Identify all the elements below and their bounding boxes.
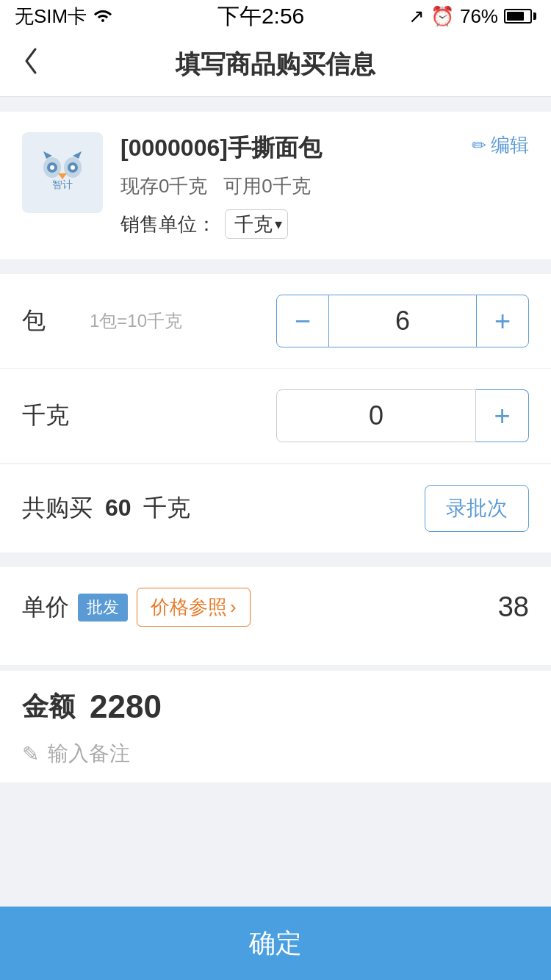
status-time: 下午2:56 bbox=[217, 1, 304, 32]
bottom-bar: 确定 bbox=[0, 907, 551, 980]
price-label: 单价 批发 价格参照 › bbox=[22, 588, 251, 627]
price-section: 单价 批发 价格参照 › 38 bbox=[0, 567, 551, 665]
remark-row[interactable]: ✎ 输入备注 bbox=[22, 740, 529, 768]
battery-percent: 76% bbox=[460, 5, 498, 28]
bag-hint: 1包=10千克 bbox=[90, 309, 276, 333]
price-type-tag: 批发 bbox=[78, 594, 128, 621]
product-stock: 现存0千克 可用0千克 bbox=[120, 173, 529, 199]
back-button[interactable] bbox=[22, 46, 40, 82]
edit-icon: ✏ bbox=[472, 135, 486, 156]
price-value: 38 bbox=[498, 591, 529, 623]
kg-plus-button[interactable]: + bbox=[476, 389, 529, 442]
total-row: 共购买 60 千克 录批次 bbox=[0, 464, 551, 552]
remark-icon: ✎ bbox=[22, 742, 39, 766]
price-row: 单价 批发 价格参照 › 38 bbox=[22, 588, 529, 627]
status-left: 无SIM卡 bbox=[15, 4, 113, 29]
kg-quantity-input[interactable]: 0 bbox=[276, 389, 476, 442]
bag-plus-button[interactable]: + bbox=[476, 295, 529, 347]
total-value: 60 bbox=[105, 494, 132, 521]
product-name: [0000006]手撕面包 bbox=[120, 132, 529, 165]
product-unit-row: 销售单位： 千克 bbox=[120, 209, 529, 239]
kg-quantity-row: 千克 0 + bbox=[0, 369, 551, 464]
alarm-icon: ⏰ bbox=[431, 5, 454, 28]
amount-section: 金额 2280 ✎ 输入备注 bbox=[0, 665, 551, 782]
amount-value: 2280 bbox=[90, 688, 162, 725]
product-image: 智计 bbox=[22, 132, 103, 213]
total-text: 共购买 60 千克 bbox=[22, 492, 190, 525]
quantity-section: 包 1包=10千克 − 6 + 千克 0 + 共购买 60 千克 录批次 bbox=[0, 274, 551, 552]
nav-bar: 填写商品购买信息 bbox=[0, 32, 551, 97]
confirm-button[interactable]: 确定 bbox=[249, 926, 302, 962]
amount-label: 金额 bbox=[22, 689, 75, 725]
bag-quantity-row: 包 1包=10千克 − 6 + bbox=[0, 274, 551, 369]
product-info: [0000006]手撕面包 现存0千克 可用0千克 销售单位： 千克 bbox=[120, 132, 529, 239]
product-logo: 智计 bbox=[36, 147, 89, 198]
unit-select[interactable]: 千克 bbox=[225, 209, 288, 239]
svg-point-4 bbox=[50, 165, 54, 170]
remark-placeholder[interactable]: 输入备注 bbox=[48, 740, 130, 768]
location-icon: ↗ bbox=[408, 5, 425, 28]
wifi-icon bbox=[93, 5, 113, 28]
page-title: 填写商品购买信息 bbox=[176, 48, 375, 82]
carrier-text: 无SIM卡 bbox=[15, 4, 87, 29]
bag-label: 包 bbox=[22, 305, 81, 337]
status-bar: 无SIM卡 下午2:56 ↗ ⏰ 76% bbox=[0, 0, 551, 32]
price-ref-button[interactable]: 价格参照 › bbox=[137, 588, 251, 627]
batch-button[interactable]: 录批次 bbox=[425, 485, 529, 532]
kg-quantity-controls: 0 + bbox=[276, 389, 529, 442]
bag-quantity-input[interactable]: 6 bbox=[329, 295, 476, 347]
bag-minus-button[interactable]: − bbox=[276, 295, 329, 347]
price-ref-arrow: › bbox=[230, 596, 237, 619]
status-right: ↗ ⏰ 76% bbox=[408, 5, 536, 28]
amount-row: 金额 2280 bbox=[22, 688, 529, 725]
svg-text:智计: 智计 bbox=[52, 179, 73, 190]
unit-label: 销售单位： bbox=[120, 212, 216, 237]
bag-quantity-controls: − 6 + bbox=[276, 295, 529, 347]
unit-select-wrapper[interactable]: 千克 bbox=[225, 209, 288, 239]
edit-button[interactable]: ✏ 编辑 bbox=[472, 132, 529, 158]
product-card: 智计 [0000006]手撕面包 现存0千克 可用0千克 销售单位： 千克 ✏ … bbox=[0, 112, 551, 259]
kg-label: 千克 bbox=[22, 400, 81, 432]
svg-point-5 bbox=[71, 165, 75, 170]
battery-icon bbox=[504, 9, 536, 24]
